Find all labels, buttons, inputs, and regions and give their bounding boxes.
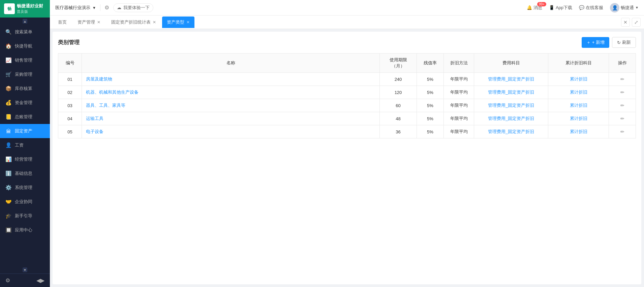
cell-expense: 管理费用_固定资产折旧 [474, 112, 548, 125]
col-residual: 残值率 [417, 54, 444, 73]
scroll-down-btn[interactable]: ▼ [23, 267, 27, 272]
sidebar-item-label: 企业协同 [15, 199, 32, 205]
cell-name: 电子设备 [82, 125, 380, 138]
logo-subtitle: 普及版 [17, 9, 43, 14]
sidebar-item-system[interactable]: ⚙️ 系统管理 [0, 181, 50, 195]
notifications-badge: 99+ [537, 2, 546, 6]
sidebar-item-fixed-assets[interactable]: 🏛 固定资产 [0, 124, 50, 138]
sidebar-item-label: 资金管理 [15, 100, 32, 106]
demo-button[interactable]: ☁ 我要体验一下 [113, 3, 153, 12]
tab-asset-management[interactable]: 资产管理 ✕ [73, 17, 105, 28]
app-download-label: App下载 [556, 5, 572, 11]
logo-title: 畅捷通好业财 [17, 3, 43, 9]
asset-type-table: 编号 名称 使用期限（月） 残值率 折旧方法 费用科目 累计折旧科目 操作 01… [58, 53, 636, 138]
tab-close-icon[interactable]: ✕ [186, 20, 190, 25]
username-label: 畅捷通 [621, 5, 634, 11]
service-icon: 💬 [579, 5, 584, 10]
edit-icon[interactable]: ✏ [620, 103, 624, 108]
edit-icon[interactable]: ✏ [620, 116, 624, 121]
cell-id: 02 [58, 86, 82, 99]
scroll-up-btn[interactable]: ▲ [23, 19, 27, 24]
sidebar-item-payroll[interactable]: 👤 工资 [0, 138, 50, 152]
sidebar-item-label: 工资 [15, 142, 24, 148]
add-button[interactable]: ＋ + 新增 [582, 37, 609, 48]
payroll-icon: 👤 [5, 142, 11, 148]
sidebar-item-label: 销售管理 [15, 57, 32, 63]
sidebar-item-operations[interactable]: 📊 经营管理 [0, 152, 50, 166]
sidebar-item-label: 采购管理 [15, 71, 32, 77]
refresh-button[interactable]: ↻ 刷新 [612, 37, 636, 48]
cell-method: 年限平均 [444, 125, 474, 138]
edit-icon[interactable]: ✏ [620, 129, 624, 134]
sidebar-item-quicknav[interactable]: 🏠 快捷导航 [0, 39, 50, 53]
sidebar-nav: 🔍 搜索菜单 🏠 快捷导航 📈 销售管理 🛒 采购管理 📦 库存核算 💰 资金管… [0, 25, 50, 266]
cell-period: 60 [380, 99, 417, 112]
cell-period: 48 [380, 112, 417, 125]
sidebar-item-label: 搜索菜单 [15, 29, 32, 35]
sales-icon: 📈 [5, 57, 11, 63]
cell-residual: 5% [417, 86, 444, 99]
online-service-label: 在线客服 [586, 5, 603, 11]
cell-expense: 管理费用_固定资产折旧 [474, 73, 548, 86]
col-expense: 费用科目 [474, 54, 548, 73]
cell-expense: 管理费用_固定资产折旧 [474, 86, 548, 99]
cell-action: ✏ [609, 112, 636, 125]
cell-residual: 5% [417, 125, 444, 138]
cell-name: 器具、工具、家具等 [82, 99, 380, 112]
tab-depreciation-label: 固定资产折旧统计表 [111, 19, 151, 25]
cell-residual: 5% [417, 99, 444, 112]
sidebar-item-search[interactable]: 🔍 搜索菜单 [0, 25, 50, 39]
sidebar-item-purchase[interactable]: 🛒 采购管理 [0, 67, 50, 82]
sidebar-item-sales[interactable]: 📈 销售管理 [0, 53, 50, 67]
settings-icon[interactable]: ⚙ [5, 277, 10, 284]
col-method: 折旧方法 [444, 54, 474, 73]
cell-accum: 累计折旧 [548, 73, 609, 86]
sidebar-item-label: 快捷导航 [15, 43, 32, 49]
col-action: 操作 [609, 54, 636, 73]
sidebar-logo: 畅 畅捷通好业财 普及版 [0, 0, 50, 18]
sidebar-item-collaboration[interactable]: 🤝 企业协同 [0, 195, 50, 209]
sidebar-item-ledger[interactable]: 📒 总账管理 [0, 110, 50, 124]
cell-name: 运输工具 [82, 112, 380, 125]
tab-depreciation-report[interactable]: 固定资产折旧统计表 ✕ [106, 17, 161, 28]
industry-selector[interactable]: 医疗器械行业演示 ▼ [55, 5, 96, 11]
edit-icon[interactable]: ✏ [620, 76, 624, 82]
user-menu[interactable]: 👤 畅捷通 ▼ [610, 3, 639, 12]
topbar-divider [100, 4, 100, 11]
sidebar-item-label: 固定资产 [15, 128, 32, 134]
online-service-btn[interactable]: 💬 在线客服 [579, 5, 603, 11]
sidebar-item-label: 基础信息 [15, 170, 32, 177]
tab-asset-type[interactable]: 资产类型 ✕ [162, 17, 194, 28]
sidebar-item-app-center[interactable]: 🔲 应用中心 [0, 223, 50, 237]
cell-residual: 5% [417, 73, 444, 86]
notifications-btn[interactable]: 🔔 消息 99+ [527, 5, 542, 11]
tabbar-actions: ✕ ⤢ [621, 18, 641, 27]
search-icon: 🔍 [5, 29, 11, 35]
content-area: 类别管理 ＋ + 新增 ↻ 刷新 编号 名称 使用期限（月） 残值率 [53, 32, 641, 284]
chevron-down-icon: ▼ [92, 6, 96, 10]
sidebar-item-guide[interactable]: 🎓 新手引导 [0, 209, 50, 223]
sidebar-item-basic-info[interactable]: ℹ️ 基础信息 [0, 166, 50, 181]
tab-home-label: 首页 [58, 19, 67, 25]
tab-home[interactable]: 首页 [53, 17, 71, 28]
close-tab-btn[interactable]: ✕ [621, 18, 630, 27]
sidebar-item-finance[interactable]: 💰 资金管理 [0, 96, 50, 110]
tabbar: 首页 资产管理 ✕ 固定资产折旧统计表 ✕ 资产类型 ✕ ✕ ⤢ [50, 15, 644, 29]
download-icon: 📱 [549, 5, 554, 10]
expand-tab-btn[interactable]: ⤢ [632, 18, 641, 27]
sidebar-item-inventory[interactable]: 📦 库存核算 [0, 82, 50, 96]
table-row: 02 机器、机械和其他生产设备 120 5% 年限平均 管理费用_固定资产折旧 … [58, 86, 636, 99]
tab-close-icon[interactable]: ✕ [97, 20, 100, 25]
tab-close-icon[interactable]: ✕ [153, 20, 156, 25]
page-title: 类别管理 [58, 39, 80, 46]
cell-method: 年限平均 [444, 99, 474, 112]
settings-icon[interactable]: ⚙ [104, 4, 109, 11]
cell-residual: 5% [417, 112, 444, 125]
app-center-icon: 🔲 [5, 227, 11, 233]
app-download-btn[interactable]: 📱 App下载 [549, 5, 572, 11]
sidebar-item-label: 应用中心 [15, 227, 32, 233]
collapse-icon[interactable]: ◀▶ [36, 277, 44, 284]
edit-icon[interactable]: ✏ [620, 90, 624, 95]
cell-expense: 管理费用_固定资产折旧 [474, 99, 548, 112]
sidebar-item-label: 系统管理 [15, 185, 32, 191]
